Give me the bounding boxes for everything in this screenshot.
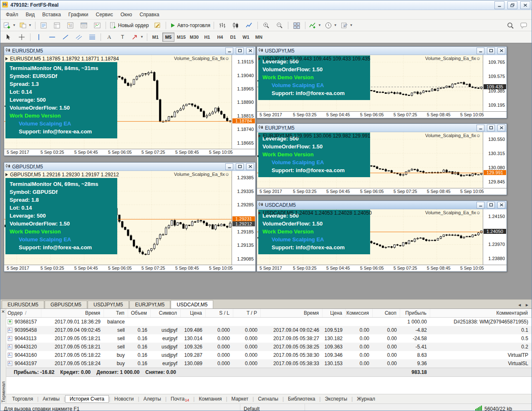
chart-maximize-button[interactable] — [236, 163, 244, 170]
column-header-Цена[interactable]: Цена — [323, 309, 346, 317]
column-header-Время[interactable]: Время — [41, 309, 104, 317]
trendline-tool-button[interactable] — [59, 32, 72, 42]
time-axis[interactable]: 5 Sep 20175 Sep 03:255 Sep 04:455 Sep 06… — [257, 265, 507, 271]
table-row[interactable]: 904431132017.09.05 05:18:21sell0.16eurjp… — [6, 334, 532, 343]
terminal-tab-Журнал[interactable]: Журнал — [353, 395, 379, 403]
chart-close-button[interactable] — [497, 125, 505, 131]
time-axis[interactable]: 5 Sep 20175 Sep 03:255 Sep 04:455 Sep 06… — [4, 149, 255, 155]
chart-maximize-button[interactable] — [487, 48, 495, 54]
column-header-Комментарий[interactable]: Комментарий — [430, 309, 532, 317]
scroll-right-icon[interactable]: ► — [524, 303, 530, 307]
chart-maximize-button[interactable] — [236, 48, 244, 54]
navigator-button[interactable] — [64, 20, 77, 30]
chart-maximize-button[interactable] — [487, 202, 495, 208]
table-row[interactable]: 903954582017.09.04 09:02:45sell0.16usdjp… — [6, 326, 532, 334]
column-header-Символ[interactable]: Символ — [151, 309, 181, 317]
search-button[interactable] — [504, 20, 517, 30]
cursor-tool-button[interactable] — [2, 32, 15, 42]
timeframe-button-D1[interactable]: D1 — [227, 33, 239, 42]
one-click-trading-arrow-icon[interactable] — [5, 173, 8, 176]
zoom-out-button[interactable] — [273, 20, 286, 30]
table-row[interactable]: 904431602017.09.05 05:18:22buy0.16usdjpy… — [6, 351, 532, 359]
time-axis[interactable]: 5 Sep 20175 Sep 03:255 Sep 04:455 Sep 06… — [257, 188, 507, 195]
column-header-T / P[interactable]: T / P — [233, 309, 261, 317]
menu-item-Окно[interactable]: Окно — [117, 10, 136, 19]
chart-close-button[interactable] — [246, 48, 254, 54]
chart-minimize-button[interactable] — [225, 163, 233, 170]
chart-close-button[interactable] — [497, 48, 505, 54]
price-scale[interactable]: 130.550130.315130.080129.845129.991 — [483, 132, 507, 188]
status-profile[interactable]: Default — [240, 404, 305, 411]
terminal-tab-Торговля[interactable]: Торговля — [8, 395, 37, 403]
price-scale[interactable]: 109.765109.575109.385109.195109.435 — [483, 55, 507, 111]
timeframe-button-W1[interactable]: W1 — [240, 33, 252, 42]
market-watch-button[interactable] — [37, 20, 50, 30]
strategy-tester-button[interactable] — [91, 20, 104, 30]
chart-plot-area[interactable]: GBPUSDf,M5 1.29216 1.29230 1.29197 1.292… — [4, 171, 232, 265]
chart-window-titlebar[interactable]: USDCADf,M5 — [257, 201, 507, 209]
price-scale[interactable]: 1.191151.190401.189651.188901.188151.187… — [232, 55, 255, 149]
price-scale[interactable]: 1.293851.293351.292851.292351.291851.291… — [232, 171, 255, 265]
timeframe-button-M15[interactable]: M15 — [175, 33, 187, 42]
label-tool-button[interactable]: T — [116, 32, 129, 42]
minimize-button[interactable] — [494, 1, 504, 9]
terminal-close-icon[interactable]: ✕ — [1, 310, 5, 314]
column-header-Своп[interactable]: Своп — [373, 309, 400, 317]
terminal-tab-Эксперты[interactable]: Эксперты — [320, 395, 351, 403]
terminal-tab-Почта[interactable]: Почта14 — [166, 395, 193, 403]
column-header-Прибыль[interactable]: Прибыль — [400, 309, 430, 317]
terminal-tab-Сигналы[interactable]: Сигналы — [254, 395, 282, 403]
menu-item-Файл[interactable]: Файл — [2, 10, 22, 19]
terminal-tab-Алерты[interactable]: Алерты — [139, 395, 165, 403]
chart-maximize-button[interactable] — [487, 125, 495, 131]
terminal-tab-Активы[interactable]: Активы — [38, 395, 64, 403]
zoom-in-button[interactable] — [260, 20, 273, 30]
bar-chart-button[interactable] — [216, 20, 229, 30]
chart-plot-area[interactable]: USDCADf,M5 1.24034 1.24053 1.24028 1.240… — [257, 209, 483, 265]
one-click-trading-arrow-icon[interactable] — [258, 134, 261, 138]
table-row[interactable]: 903681572017.09.01 18:36:29balance1 000.… — [6, 318, 532, 326]
timeframe-button-M1[interactable]: M1 — [149, 33, 161, 42]
chart-window-eurjpyf[interactable]: EURJPYf,M5EURJPYf,M5 129.995 130.006 129… — [257, 123, 507, 195]
arrows-tool-button[interactable]: ▼ — [129, 32, 145, 42]
chart-close-button[interactable] — [497, 202, 505, 208]
timeframe-button-H4[interactable]: H4 — [214, 33, 226, 42]
channel-tool-button[interactable] — [72, 32, 86, 42]
chart-plot-area[interactable]: USDJPYf,M5 109.443 109.445 109.433 109.4… — [257, 55, 483, 111]
time-axis[interactable]: 5 Sep 20175 Sep 03:255 Sep 04:455 Sep 06… — [4, 265, 255, 271]
chart-tab-USDCADf,M5[interactable]: USDCADf,M5 — [171, 300, 213, 308]
price-scale[interactable]: 1.241501.239701.238801.24050 — [483, 209, 507, 265]
title-bar[interactable]: 479102: FortFS-Real — [0, 0, 532, 10]
templates-button[interactable]: ▼ — [339, 20, 355, 30]
close-button[interactable] — [520, 1, 530, 9]
chart-tab-EURUSDf,M5[interactable]: EURUSDf,M5 — [2, 301, 44, 308]
chat-button[interactable] — [517, 20, 530, 30]
chart-close-button[interactable] — [246, 163, 254, 170]
chart-window-usdcadf[interactable]: USDCADf,M5USDCADf,M5 1.24034 1.24053 1.2… — [257, 200, 507, 272]
column-header-Цена[interactable]: Цена — [181, 309, 206, 317]
chart-window-gbpusdf[interactable]: GBPUSDf,M5GBPUSDf,M5 1.29216 1.29230 1.2… — [4, 162, 256, 272]
chart-tab-EURJPYf,M5[interactable]: EURJPYf,M5 — [129, 301, 171, 308]
profiles-button[interactable]: ▼ — [18, 20, 33, 30]
chart-window-titlebar[interactable]: USDJPYf,M5 — [257, 47, 507, 55]
fibonacci-tool-button[interactable] — [86, 32, 99, 42]
candlestick-chart-button[interactable] — [229, 20, 242, 30]
menu-item-Вид[interactable]: Вид — [22, 10, 39, 19]
metaeditor-button[interactable] — [151, 20, 164, 30]
periods-button[interactable]: ▼ — [323, 20, 339, 30]
horizontal-line-tool-button[interactable] — [45, 32, 59, 42]
terminal-tab-История Счета[interactable]: История Счета — [65, 395, 109, 403]
chart-tab-GBPUSDf,M5[interactable]: GBPUSDf,M5 — [45, 301, 87, 308]
timeframe-button-H1[interactable]: H1 — [201, 33, 213, 42]
new-order-button[interactable]: Новый ордер — [108, 20, 151, 30]
table-row[interactable]: 904431972017.09.05 05:18:24buy0.16eurjpy… — [6, 359, 532, 368]
chart-minimize-button[interactable] — [477, 48, 484, 54]
new-chart-button[interactable]: ▼ — [2, 20, 18, 30]
text-tool-button[interactable]: A — [103, 32, 116, 42]
menu-item-Вставка[interactable]: Вставка — [38, 10, 65, 19]
restore-button[interactable] — [507, 1, 517, 9]
indicators-button[interactable]: ▼ — [307, 20, 323, 30]
timeframe-button-M5[interactable]: M5 — [162, 33, 174, 42]
scroll-left-icon[interactable]: ◄ — [516, 303, 523, 307]
column-header-Ордер[interactable]: Ордер/ — [6, 309, 41, 317]
